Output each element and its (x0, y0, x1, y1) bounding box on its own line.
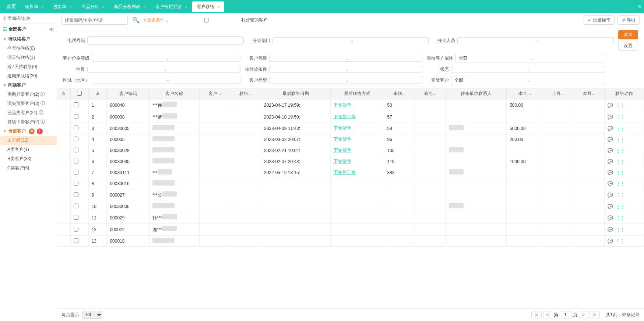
sidebar-item-tomorrow-pending[interactable]: 明天待联络(1) (0, 53, 57, 62)
row-select-checkbox[interactable] (74, 238, 78, 243)
filter-dept-select[interactable]: ⌄ (272, 37, 429, 44)
export-button[interactable]: ↗ 导出 (617, 15, 640, 25)
nav-tab-product-analysis[interactable]: 商品分析 × (77, 1, 109, 12)
sidebar-search-bar[interactable]: 🔍 (0, 13, 57, 24)
top-nav-close-icon[interactable]: × (638, 3, 641, 10)
row-checkbox[interactable] (70, 145, 88, 156)
filter-phone-input[interactable] (87, 36, 244, 45)
row-checkbox[interactable] (70, 123, 88, 134)
row-checkbox[interactable] (70, 111, 88, 123)
row-select-checkbox[interactable] (74, 227, 78, 232)
nav-tab-customer-contact[interactable]: 客户联络 × (192, 1, 224, 12)
row-last-way[interactable]: 下销货单 (330, 134, 384, 145)
close-icon[interactable]: × (217, 4, 219, 9)
sidebar-item-declining[interactable]: 持续下滑客户(2) ⓘ (0, 117, 57, 127)
row-checkbox[interactable] (70, 156, 88, 167)
row-last-way[interactable]: 下销货单 (330, 145, 384, 156)
per-page-select[interactable]: 50 100 200 (82, 311, 102, 319)
next-page-btn[interactable]: > (579, 311, 588, 318)
sidebar-item-overdue-pending[interactable]: 逾期未联络(30) (0, 71, 57, 81)
close-icon[interactable]: × (69, 4, 71, 9)
row-last-way[interactable]: 下销货单 (330, 99, 384, 111)
col-checkbox[interactable] (70, 88, 88, 99)
row-select-checkbox[interactable] (74, 102, 78, 107)
contact-icon[interactable]: 💬 (608, 114, 613, 120)
nav-tab-purchase[interactable]: 进货单 × (49, 1, 76, 12)
row-checkbox[interactable] (70, 224, 88, 236)
sidebar-group-pending[interactable]: ▼ 待联络客户 (0, 35, 57, 44)
close-icon[interactable]: × (185, 4, 187, 9)
row-checkbox[interactable] (70, 167, 88, 178)
close-icon[interactable]: × (102, 4, 104, 9)
sidebar-item-class-c[interactable]: C类客户(6) (0, 163, 57, 173)
contact-icon[interactable]: 💬 (608, 239, 613, 244)
select-all-checkbox[interactable] (77, 91, 82, 96)
more-conditions-btn[interactable]: ▿ 更多条件 ⌄ (144, 17, 169, 23)
prev-page-btn[interactable]: < (543, 311, 552, 318)
more-icon[interactable]: ⋮⋮ (616, 227, 625, 232)
contact-icon[interactable]: 💬 (608, 181, 613, 186)
row-checkbox[interactable] (70, 178, 88, 189)
more-icon[interactable]: ⋮⋮ (616, 193, 625, 198)
contact-icon[interactable]: 💬 (608, 103, 613, 108)
close-icon[interactable]: × (41, 4, 43, 9)
row-checkbox[interactable] (70, 201, 88, 212)
more-icon[interactable]: ⋮⋮ (616, 114, 625, 120)
row-checkbox[interactable] (70, 212, 88, 224)
category-search-input[interactable] (3, 16, 57, 21)
col-gear[interactable]: ⚙ (57, 88, 70, 99)
contact-icon[interactable]: 💬 (608, 159, 613, 164)
contact-icon[interactable]: 💬 (608, 170, 613, 175)
row-select-checkbox[interactable] (74, 192, 78, 197)
row-select-checkbox[interactable] (74, 170, 78, 174)
filter-status-select[interactable]: ⌄ (451, 66, 604, 73)
sidebar-item-abnormal[interactable]: 囤购异常客户(2) ⓘ (0, 90, 57, 99)
search-input[interactable] (61, 16, 128, 25)
nav-tab-product-list[interactable]: 商品分析列表 × (109, 1, 150, 12)
filter-scatter-select[interactable]: 全部 ⌄ (451, 76, 604, 85)
reset-button[interactable]: 设置 (618, 41, 638, 51)
sidebar-item-churn-warn[interactable]: 流失预警客户(3) ⓘ (0, 99, 57, 108)
sidebar-item-7days-pending[interactable]: 近7天待联络(0) (0, 62, 57, 71)
filter-region-select[interactable]: ··· (92, 77, 240, 84)
first-page-btn[interactable]: |< (531, 311, 542, 318)
contact-icon[interactable]: 💬 (608, 227, 613, 232)
row-select-checkbox[interactable] (74, 159, 78, 163)
nav-tab-customer-tier[interactable]: 客户分层经营 × (151, 1, 191, 12)
more-icon[interactable]: ⋮⋮ (616, 103, 625, 108)
more-icon[interactable]: ⋮⋮ (616, 239, 625, 244)
last-page-btn[interactable]: >| (590, 311, 600, 318)
row-last-way[interactable]: 下销售订单 (330, 167, 384, 178)
contact-icon[interactable]: 💬 (608, 193, 613, 198)
filter-customer-type-select[interactable]: ⌄ (269, 77, 422, 84)
my-customers-check[interactable] (173, 18, 240, 22)
filter-price-level-select[interactable]: ⌄ (92, 55, 240, 62)
row-select-checkbox[interactable] (74, 114, 78, 119)
more-icon[interactable]: ⋮⋮ (616, 170, 625, 175)
row-select-checkbox[interactable] (74, 137, 78, 141)
more-icon[interactable]: ⋮⋮ (616, 148, 625, 153)
row-checkbox[interactable] (70, 189, 88, 201)
contact-icon[interactable]: 💬 (608, 126, 613, 131)
sidebar-item-class-a[interactable]: A类客户(1) (0, 145, 57, 154)
filter-customer-level-select[interactable]: ⌄ (269, 55, 422, 62)
filter-nature-select[interactable]: ⌄ (87, 66, 240, 73)
sidebar-item-class-b[interactable]: B类客户(33) (0, 154, 57, 163)
more-icon[interactable]: ⋮⋮ (616, 126, 625, 131)
row-last-way[interactable]: 下销货单 (330, 123, 384, 134)
sidebar-group-problem[interactable]: ▼ 问题客户 (0, 81, 57, 90)
all-customers-header[interactable]: ☷ 全部客户 ≪ (0, 24, 57, 35)
more-icon[interactable]: ⋮⋮ (616, 159, 625, 164)
more-icon[interactable]: ⋮⋮ (616, 215, 625, 221)
page-input[interactable] (560, 311, 571, 318)
filter-person-select[interactable]: ··· (457, 37, 614, 44)
more-icon[interactable]: ⋮⋮ (616, 137, 625, 142)
row-select-checkbox[interactable] (74, 181, 78, 186)
contact-icon[interactable]: 💬 (608, 148, 613, 153)
row-select-checkbox[interactable] (74, 126, 78, 130)
row-last-way[interactable]: 下销售订单 (330, 111, 384, 123)
sidebar-item-ungrouped[interactable]: 未分组(32) (0, 136, 57, 145)
sidebar-item-today-pending[interactable]: 今天待联络(0) (0, 44, 57, 53)
row-select-checkbox[interactable] (74, 148, 78, 152)
row-checkbox[interactable] (70, 99, 88, 111)
